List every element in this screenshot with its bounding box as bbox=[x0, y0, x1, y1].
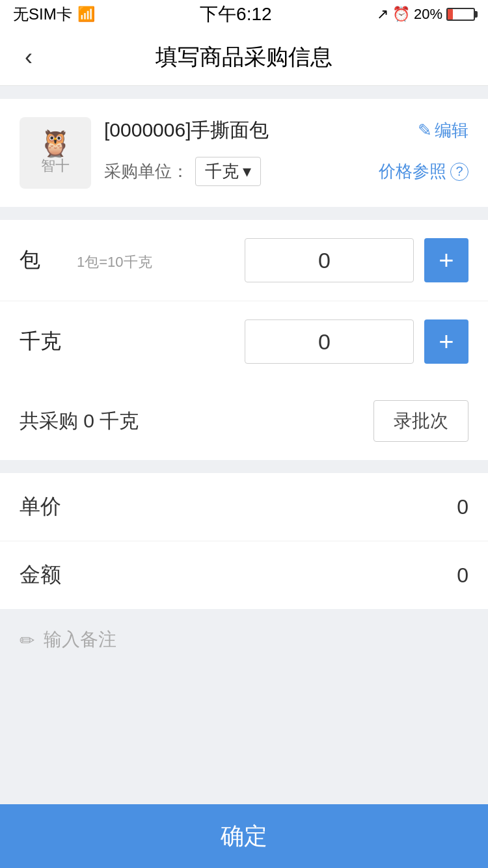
amount-row: 金额 0 bbox=[0, 541, 488, 609]
product-card: 🦉 智十 [0000006]手撕面包 ✎ 编辑 采购单位： 千克 ▾ 价格参照 … bbox=[0, 99, 488, 207]
status-bar: 无SIM卡 📶 下午6:12 ↗ ⏰ 20% bbox=[0, 0, 488, 29]
battery-icon bbox=[446, 8, 475, 21]
summary-text: 共采购 0 千克 bbox=[20, 408, 139, 435]
carrier-label: 无SIM卡 bbox=[13, 4, 72, 25]
mid-divider-2 bbox=[0, 460, 488, 473]
purchase-unit-row: 采购单位： 千克 ▾ 价格参照 ? bbox=[104, 157, 468, 186]
unit-select[interactable]: 千克 ▾ bbox=[195, 157, 261, 186]
location-icon: ↗ bbox=[377, 6, 388, 23]
confirm-button[interactable]: 确定 bbox=[0, 804, 488, 868]
product-full-name: [0000006]手撕面包 bbox=[104, 117, 269, 144]
status-right: ↗ ⏰ 20% bbox=[377, 6, 475, 23]
summary-row: 共采购 0 千克 录批次 bbox=[0, 382, 488, 460]
price-section: 单价 0 金额 0 bbox=[0, 473, 488, 609]
unit-price-value: 0 bbox=[457, 495, 468, 519]
price-ref-button[interactable]: 价格参照 ? bbox=[379, 160, 468, 183]
page-title: 填写商品采购信息 bbox=[156, 42, 332, 72]
nav-bar: ‹ 填写商品采购信息 bbox=[0, 29, 488, 86]
amount-value: 0 bbox=[457, 563, 468, 588]
bao-label-group: 包 1包=10千克 bbox=[20, 246, 152, 275]
wifi-icon: 📶 bbox=[77, 6, 95, 23]
bao-input-row: 包 1包=10千克 + bbox=[0, 220, 488, 301]
kg-input[interactable] bbox=[245, 319, 414, 364]
status-time: 下午6:12 bbox=[200, 2, 272, 27]
kg-input-row: 千克 + bbox=[0, 301, 488, 382]
kg-plus-button[interactable]: + bbox=[424, 319, 468, 364]
amount-label: 金额 bbox=[20, 561, 61, 590]
back-button[interactable]: ‹ bbox=[18, 37, 39, 77]
bao-field-wrap: + bbox=[152, 238, 468, 282]
product-image-label: 智十 bbox=[41, 156, 70, 176]
edit-button[interactable]: ✎ 编辑 bbox=[418, 119, 468, 142]
bao-plus-button[interactable]: + bbox=[424, 238, 468, 282]
bao-sublabel: 1包=10千克 bbox=[77, 252, 152, 272]
alarm-icon: ⏰ bbox=[392, 6, 410, 23]
status-left: 无SIM卡 📶 bbox=[13, 4, 95, 25]
unit-value: 千克 bbox=[205, 160, 239, 183]
mid-divider-1 bbox=[0, 207, 488, 220]
input-section: 包 1包=10千克 + 千克 + bbox=[0, 220, 488, 382]
unit-price-label: 单价 bbox=[20, 493, 61, 521]
pencil-icon: ✏ bbox=[20, 630, 34, 651]
note-placeholder: 输入备注 bbox=[44, 627, 116, 652]
kg-field-wrap: + bbox=[72, 319, 468, 364]
price-ref-label: 价格参照 bbox=[379, 160, 446, 183]
batch-button[interactable]: 录批次 bbox=[373, 400, 468, 442]
product-name-row: [0000006]手撕面包 ✎ 编辑 bbox=[104, 117, 468, 144]
product-logo-icon: 🦉 bbox=[39, 130, 72, 156]
kg-label: 千克 bbox=[20, 327, 72, 356]
unit-price-row: 单价 0 bbox=[0, 473, 488, 541]
price-ref-help-icon: ? bbox=[450, 163, 468, 181]
edit-icon: ✎ bbox=[418, 120, 432, 141]
bao-label: 包 bbox=[20, 246, 72, 275]
product-image: 🦉 智十 bbox=[20, 117, 91, 189]
top-divider bbox=[0, 86, 488, 99]
unit-dropdown-icon: ▾ bbox=[243, 161, 251, 182]
battery-percent: 20% bbox=[414, 6, 442, 23]
edit-label: 编辑 bbox=[435, 119, 468, 142]
bao-input[interactable] bbox=[245, 238, 414, 282]
product-info: [0000006]手撕面包 ✎ 编辑 采购单位： 千克 ▾ 价格参照 ? bbox=[104, 117, 468, 186]
purchase-unit-label: 采购单位： bbox=[104, 160, 189, 183]
